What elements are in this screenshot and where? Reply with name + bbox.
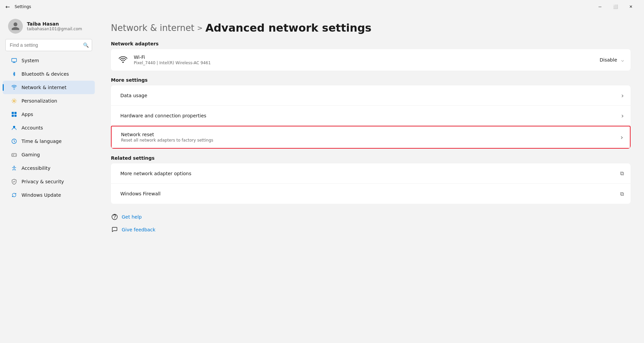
main-content: Network & internet > Advanced network se…: [97, 13, 644, 343]
sidebar-item-gaming[interactable]: Gaming: [3, 148, 95, 161]
breadcrumb-parent[interactable]: Network & internet: [111, 23, 194, 33]
firewall-external-icon[interactable]: ⧉: [620, 191, 624, 197]
svg-rect-0: [12, 59, 16, 62]
firewall-title: Windows Firewall: [120, 191, 620, 196]
help-section: Get help Give feedback: [111, 212, 631, 235]
sidebar-item-accessibility[interactable]: Accessibility: [3, 161, 95, 175]
apps-icon: [11, 111, 17, 118]
windows-firewall-row[interactable]: Windows Firewall ⧉: [111, 184, 631, 204]
sidebar-item-label-privacy: Privacy & security: [22, 179, 64, 184]
network-reset-row[interactable]: Network reset Reset all network adapters…: [111, 126, 631, 149]
search-box: 🔍: [5, 39, 92, 51]
network-reset-action: ›: [620, 133, 623, 141]
sidebar: Taiba Hasan taibahasan101@gmail.com 🔍 Sy…: [0, 13, 97, 343]
chevron-down-icon[interactable]: ⌵: [621, 57, 624, 63]
wifi-adapter-action: Disable ⌵: [600, 57, 624, 63]
section-title-more: More settings: [111, 77, 631, 83]
sidebar-item-network[interactable]: Network & internet: [3, 81, 95, 94]
sidebar-item-time[interactable]: Time & language: [3, 135, 95, 148]
breadcrumb-sep: >: [197, 24, 203, 32]
svg-rect-2: [13, 63, 16, 63]
accessibility-icon: [11, 165, 17, 172]
sidebar-item-label-personalization: Personalization: [22, 98, 57, 104]
more-adapter-external-icon[interactable]: ⧉: [620, 170, 624, 177]
svg-point-11: [15, 154, 15, 155]
data-usage-action: ›: [621, 91, 624, 100]
sidebar-item-accounts[interactable]: Accounts: [3, 121, 95, 135]
wifi-adapter-desc: Pixel_7440 | Intel(R) Wireless-AC 9461: [134, 61, 600, 65]
privacy-icon: [11, 178, 17, 185]
data-usage-text: Data usage: [118, 93, 621, 98]
sidebar-item-bluetooth[interactable]: Bluetooth & devices: [3, 67, 95, 81]
user-email: taibahasan101@gmail.com: [27, 27, 82, 31]
search-input[interactable]: [5, 39, 92, 51]
accounts-icon: [11, 124, 17, 131]
user-name: Taiba Hasan: [27, 21, 82, 27]
sidebar-item-update[interactable]: Windows Update: [3, 188, 95, 202]
more-adapter-options-row[interactable]: More network adapter options ⧉: [111, 163, 631, 184]
wifi-disable-button[interactable]: Disable: [600, 57, 617, 63]
wifi-adapter-name: Wi-Fi: [134, 54, 600, 60]
window-controls: ─ ⬜ ✕: [592, 1, 639, 12]
time-icon: [11, 138, 17, 145]
more-adapter-title: More network adapter options: [120, 171, 620, 176]
svg-point-13: [13, 166, 14, 167]
svg-rect-6: [12, 115, 14, 117]
svg-point-3: [13, 100, 15, 102]
sidebar-item-label-gaming: Gaming: [22, 152, 40, 157]
related-settings-card: More network adapter options ⧉ Windows F…: [111, 163, 631, 204]
personalization-icon: [11, 98, 17, 104]
svg-point-12: [15, 155, 16, 156]
sidebar-item-label-time: Time & language: [22, 139, 62, 144]
sidebar-item-personalization[interactable]: Personalization: [3, 94, 95, 108]
sidebar-item-privacy[interactable]: Privacy & security: [3, 175, 95, 188]
sidebar-item-apps[interactable]: Apps: [3, 108, 95, 121]
more-adapter-action: ⧉: [620, 170, 624, 177]
firewall-action: ⧉: [620, 191, 624, 197]
hardware-props-action: ›: [621, 112, 624, 120]
network-reset-title: Network reset: [121, 132, 620, 137]
user-profile[interactable]: Taiba Hasan taibahasan101@gmail.com: [0, 13, 97, 39]
network-reset-text: Network reset Reset all network adapters…: [118, 132, 620, 143]
sidebar-item-label-network: Network & internet: [22, 85, 67, 90]
hardware-props-chevron-icon[interactable]: ›: [621, 112, 624, 120]
data-usage-title: Data usage: [120, 93, 621, 98]
sidebar-nav: System Bluetooth & devices Network & int…: [0, 54, 97, 202]
give-feedback-label: Give feedback: [122, 227, 155, 232]
maximize-button[interactable]: ⬜: [608, 1, 623, 12]
more-adapter-text: More network adapter options: [118, 171, 620, 176]
wifi-adapter-row[interactable]: Wi-Fi Pixel_7440 | Intel(R) Wireless-AC …: [111, 49, 631, 71]
hardware-props-text: Hardware and connection properties: [118, 113, 621, 118]
sidebar-item-label-accessibility: Accessibility: [22, 165, 50, 171]
search-icon: 🔍: [83, 42, 89, 48]
svg-point-14: [122, 62, 124, 63]
svg-rect-5: [14, 112, 16, 114]
data-usage-chevron-icon[interactable]: ›: [621, 91, 624, 100]
update-icon: [11, 192, 17, 198]
minimize-button[interactable]: ─: [592, 1, 608, 12]
data-usage-row[interactable]: Data usage ›: [111, 85, 631, 106]
system-icon: [11, 57, 17, 64]
network-adapters-card: Wi-Fi Pixel_7440 | Intel(R) Wireless-AC …: [111, 49, 631, 71]
get-help-icon: [111, 213, 118, 221]
section-title-related: Related settings: [111, 155, 631, 161]
sidebar-item-system[interactable]: System: [3, 54, 95, 67]
network-reset-chevron-icon[interactable]: ›: [620, 133, 623, 141]
sidebar-item-label-system: System: [22, 58, 39, 63]
sidebar-item-label-apps: Apps: [22, 112, 33, 117]
hardware-props-row[interactable]: Hardware and connection properties ›: [111, 106, 631, 126]
sidebar-item-label-bluetooth: Bluetooth & devices: [22, 71, 69, 77]
back-icon[interactable]: ←: [5, 4, 10, 10]
svg-rect-7: [14, 115, 16, 117]
network-icon: [11, 84, 17, 91]
breadcrumb: Network & internet > Advanced network se…: [111, 22, 631, 34]
svg-rect-1: [13, 62, 15, 63]
svg-point-8: [13, 126, 15, 128]
section-title-adapters: Network adapters: [111, 41, 631, 46]
svg-rect-4: [12, 112, 14, 114]
get-help-label: Get help: [122, 214, 142, 220]
give-feedback-link[interactable]: Give feedback: [111, 225, 631, 235]
hardware-props-title: Hardware and connection properties: [120, 113, 621, 118]
close-button[interactable]: ✕: [623, 1, 639, 12]
get-help-link[interactable]: Get help: [111, 212, 631, 222]
